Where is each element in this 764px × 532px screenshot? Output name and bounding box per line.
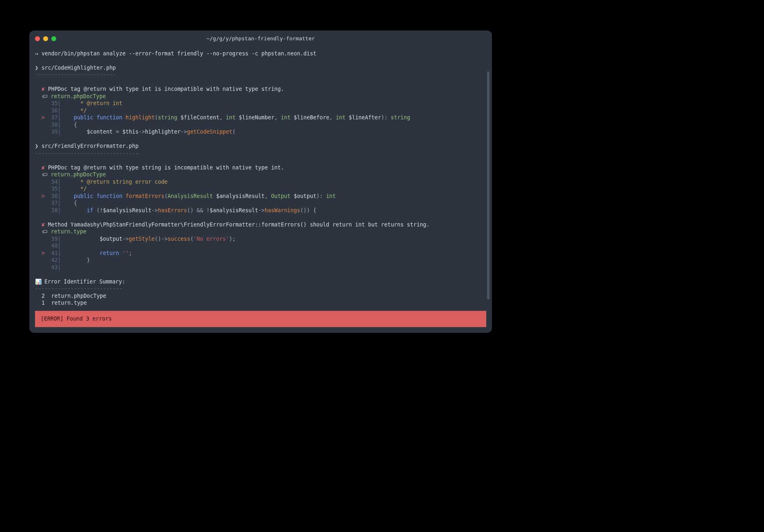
minimize-icon[interactable] xyxy=(43,36,48,41)
terminal-body[interactable]: → vendor/bin/phpstan analyze --error-for… xyxy=(29,47,492,333)
traffic-lights xyxy=(35,36,56,41)
terminal-window: ~/g/g/y/phpstan-friendly-formatter → ven… xyxy=(29,31,492,333)
scrollbar[interactable] xyxy=(487,71,490,299)
window-title: ~/g/g/y/phpstan-friendly-formatter xyxy=(29,35,492,42)
terminal-output: → vendor/bin/phpstan analyze --error-for… xyxy=(35,50,486,307)
close-icon[interactable] xyxy=(35,36,40,41)
titlebar: ~/g/g/y/phpstan-friendly-formatter xyxy=(29,31,492,47)
maximize-icon[interactable] xyxy=(51,36,56,41)
error-summary-bar: [ERROR] Found 3 errors xyxy=(35,311,486,327)
